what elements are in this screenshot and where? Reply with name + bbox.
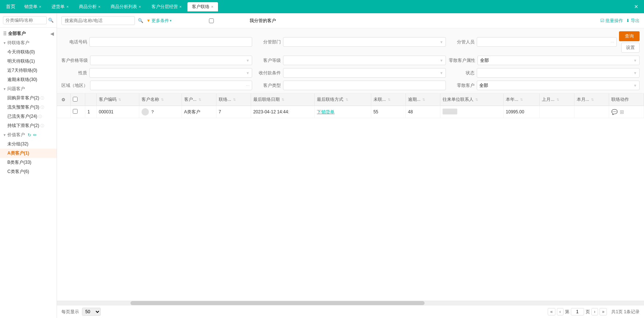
- table-col-name[interactable]: 客户名称 ⇅: [139, 93, 182, 106]
- sidebar-group-pending[interactable]: ▼ 待联络客户: [0, 38, 57, 47]
- sidebar-item-class-a[interactable]: A类客户(1): [0, 149, 57, 158]
- filter-row-status: 状态 ▼: [449, 68, 640, 78]
- row-checkbox[interactable]: [73, 109, 78, 114]
- sidebar-item-class-c[interactable]: C类客户(6): [0, 167, 57, 176]
- my-customers-checkbox[interactable]: [175, 18, 248, 23]
- sidebar-all-customers[interactable]: ⠿ 全部客户 ◀: [0, 28, 57, 38]
- avatar: [142, 108, 149, 116]
- comment-action-icon[interactable]: 💬: [611, 109, 618, 115]
- chevron-status-icon: ▼: [633, 71, 637, 75]
- table-col-settings[interactable]: ⚙: [57, 93, 70, 106]
- nav-tab-customer-contact-close[interactable]: ×: [211, 4, 213, 9]
- page-label: 第: [565, 309, 569, 315]
- filter-price-level-select[interactable]: ▼: [90, 56, 252, 65]
- sidebar-item-7days[interactable]: 近7天待联络(0): [0, 66, 57, 75]
- nav-tab-analysis-close[interactable]: ×: [98, 4, 100, 9]
- grid-action-icon[interactable]: ⊞: [620, 109, 624, 115]
- nav-tab-analysis-label: 商品分析: [79, 4, 97, 10]
- filter-sparse-attr-select[interactable]: 全部 ▼: [477, 56, 640, 65]
- table-cell-checkbox[interactable]: [70, 106, 85, 118]
- page-size-select[interactable]: 50 100 200: [82, 308, 101, 316]
- last-page-button[interactable]: »: [600, 308, 607, 315]
- nav-tab-sales-close[interactable]: ×: [39, 4, 41, 9]
- next-page-button[interactable]: ›: [591, 308, 598, 315]
- filter-customer-level-select[interactable]: ▼: [283, 56, 446, 65]
- sidebar-group-problem-label: 问题客户: [7, 86, 25, 92]
- nav-tab-customer-mgmt-label: 客户分层经营: [151, 4, 178, 10]
- table-col-this-year[interactable]: 本年... ⇅: [504, 93, 540, 106]
- filter-phone-input[interactable]: [89, 37, 252, 47]
- info-icon-declining[interactable]: ⓘ: [40, 123, 44, 128]
- table-col-last-date[interactable]: 最后联络日期 ⇅: [251, 93, 314, 106]
- filter-status-select[interactable]: ▼: [477, 68, 640, 78]
- scrollbar-thumb[interactable]: [130, 301, 425, 305]
- sidebar-search-icon[interactable]: 🔍: [48, 18, 54, 23]
- nav-tab-customer-mgmt[interactable]: 客户分层经营 ×: [147, 2, 186, 11]
- table-col-overdue[interactable]: 逾期... ⇅: [405, 93, 440, 106]
- nav-tab-customer-contact[interactable]: 客户联络 ×: [187, 2, 218, 11]
- sidebar-item-today-label: 今天待联络(0): [7, 49, 35, 55]
- filter-sparse-customer-select[interactable]: 全部 ▼: [477, 81, 640, 90]
- table-col-no-contact[interactable]: 未联... ⇅: [371, 93, 405, 106]
- filter-dept-select[interactable]: ▼: [283, 37, 446, 47]
- info-icon-churn-warning[interactable]: ⓘ: [40, 105, 44, 110]
- prev-page-button[interactable]: ‹: [557, 308, 564, 315]
- export-button[interactable]: ⬇ 导出: [626, 18, 640, 24]
- filter-person-select[interactable]: ···: [477, 37, 617, 47]
- my-customers-checkbox-label[interactable]: 我分管的客户: [175, 18, 276, 24]
- table-col-code[interactable]: 客户编码 ⇅: [96, 93, 139, 106]
- table-col-contact[interactable]: 联络... ⇅: [216, 93, 251, 106]
- table-cell-last-method[interactable]: 下销货单: [315, 106, 371, 118]
- table-col-last-method[interactable]: 最后联络方式 ⇅: [315, 93, 371, 106]
- more-filters-button[interactable]: ▼ 更多条件 ▾: [146, 18, 172, 24]
- table-col-this-month[interactable]: 本月... ⇅: [574, 93, 609, 106]
- sidebar-item-abnormal[interactable]: 回购异常客户(2) ⓘ: [0, 93, 57, 103]
- sidebar-item-tomorrow[interactable]: 明天待联络(1): [0, 57, 57, 66]
- horizontal-scrollbar[interactable]: [57, 301, 644, 305]
- sidebar-group-value[interactable]: ▼ 价值客户 ↻ ✏: [0, 130, 57, 139]
- select-all-checkbox[interactable]: [73, 97, 78, 102]
- table-col-unit-contact[interactable]: 往来单位联系人 ⇅: [440, 93, 503, 106]
- first-page-button[interactable]: «: [548, 308, 555, 315]
- table-col-category[interactable]: 客户... ⇅: [182, 93, 216, 106]
- close-all-tabs-button[interactable]: ×: [631, 3, 641, 11]
- sidebar-item-unclassified[interactable]: 未分组(32): [0, 139, 57, 149]
- info-icon-churned[interactable]: ⓘ: [38, 114, 42, 119]
- search-submit-icon[interactable]: 🔍: [138, 18, 143, 23]
- nav-tab-purchase-close[interactable]: ×: [66, 4, 68, 9]
- page-number-input[interactable]: [571, 308, 584, 315]
- edit-value-icon[interactable]: ✏: [33, 132, 37, 138]
- filter-payment-select[interactable]: ▼: [283, 68, 446, 78]
- sidebar-item-today[interactable]: 今天待联络(0): [0, 47, 57, 57]
- sidebar-item-declining[interactable]: 持续下滑客户(2) ⓘ: [0, 121, 57, 130]
- filter-nature-select[interactable]: ▼: [89, 68, 252, 78]
- table-footer: 每页显示 50 100 200 « ‹ 第 页 › » 共1页 1条记录: [57, 305, 644, 318]
- nav-tab-analysis-list-close[interactable]: ×: [139, 4, 141, 9]
- filter-customer-type-input[interactable]: [283, 81, 446, 90]
- filter-region-select[interactable]: ···: [90, 81, 252, 90]
- nav-tab-analysis-list[interactable]: 商品分析列表 ×: [106, 2, 145, 11]
- sidebar-item-churned[interactable]: 已流失客户(24) ⓘ: [0, 112, 57, 121]
- last-method-link[interactable]: 下销货单: [317, 109, 334, 114]
- nav-home[interactable]: 首页: [3, 2, 18, 11]
- sidebar-item-churn-warning[interactable]: 流失预警客户(3) ⓘ: [0, 103, 57, 112]
- table-header-row: ⚙ 客户编码 ⇅ 客户名称 ⇅ 客户... ⇅ 联络... ⇅ 最后联络日期 ⇅…: [57, 93, 644, 106]
- settings-button[interactable]: 设置: [621, 43, 640, 53]
- sidebar-search-input[interactable]: [3, 16, 47, 24]
- sidebar-group-problem[interactable]: ▼ 问题客户: [0, 84, 57, 93]
- sidebar-collapse-icon[interactable]: ◀: [50, 31, 54, 36]
- query-button[interactable]: 查询: [619, 31, 640, 41]
- nav-tab-purchase[interactable]: 进货单 ×: [47, 2, 73, 11]
- sidebar-item-overdue[interactable]: 逾期未联络(30): [0, 75, 57, 84]
- batch-ops-button[interactable]: ☑ 批量操作: [600, 18, 623, 24]
- nav-tab-customer-mgmt-close[interactable]: ×: [179, 4, 182, 9]
- nav-tab-sales[interactable]: 销货单 ×: [20, 2, 46, 11]
- search-input[interactable]: [61, 16, 135, 25]
- table-col-last-month[interactable]: 上月... ⇅: [540, 93, 574, 106]
- info-icon-abnormal[interactable]: ⓘ: [40, 96, 44, 101]
- nav-tab-analysis[interactable]: 商品分析 ×: [75, 2, 105, 11]
- sidebar-item-class-b[interactable]: B类客户(33): [0, 158, 57, 167]
- refresh-value-icon[interactable]: ↻: [28, 132, 31, 138]
- table-cell-category: A类客户: [182, 106, 216, 118]
- table-col-checkbox[interactable]: [70, 93, 85, 106]
